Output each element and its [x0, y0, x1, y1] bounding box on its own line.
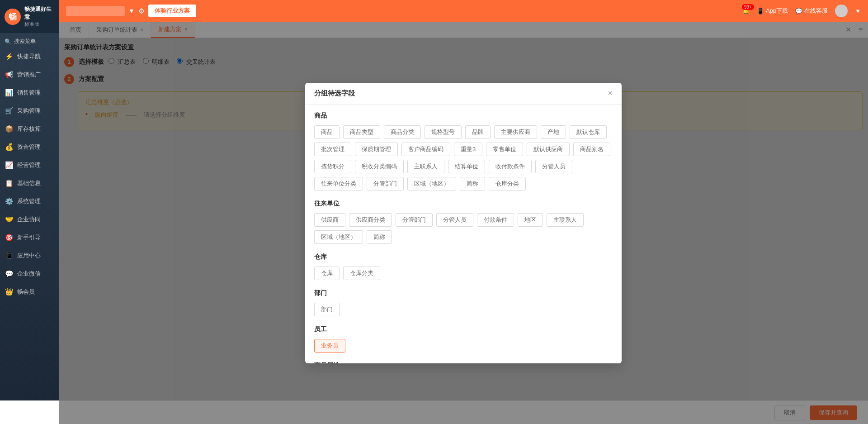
experience-btn[interactable]: 体验行业方案: [148, 5, 196, 17]
modal-overlay: 分组待选字段 × 商品 商品 商品类型 商品分类 规格型号 品牌 主要供应商 产…: [59, 22, 868, 424]
sidebar-item-label: 采购管理: [17, 107, 41, 115]
sidebar-item-purchase[interactable]: 🛒 采购管理: [0, 102, 59, 120]
field-tag-expiry-mgmt[interactable]: 保质期管理: [355, 143, 398, 156]
field-tag-short-name2[interactable]: 简称: [367, 230, 392, 244]
system-icon: ⚙️: [5, 197, 14, 206]
header-left: ▼ ⚙ 体验行业方案: [66, 5, 196, 17]
inventory-icon: 📦: [5, 124, 14, 133]
field-tag-manager[interactable]: 分管人员: [535, 160, 572, 173]
sidebar-item-marketing[interactable]: 📢 营销推广: [0, 66, 59, 84]
field-tag-short-name[interactable]: 简称: [460, 177, 485, 191]
sidebar-item-label: 库存核算: [17, 125, 41, 133]
section-warehouse: 仓库 仓库 仓库分类: [314, 253, 613, 280]
section-employee-title: 员工: [314, 325, 613, 333]
sidebar-item-label: 销售管理: [17, 89, 41, 97]
field-tag-area-region[interactable]: 区域（地区）: [407, 177, 456, 191]
field-tag-customer-code[interactable]: 客户商品编码: [401, 143, 450, 156]
online-service-label: 在线客服: [804, 7, 828, 15]
sidebar-item-operations[interactable]: 📈 经营管理: [0, 156, 59, 174]
app-center-icon: 📱: [5, 251, 14, 260]
field-tag-warehouse-category[interactable]: 仓库分类: [489, 177, 526, 191]
sidebar-item-app-center[interactable]: 📱 应用中心: [0, 247, 59, 265]
sidebar-logo[interactable]: 畅 畅捷通好生意 标准版: [0, 0, 59, 33]
sidebar-item-label: 新手引导: [17, 233, 41, 242]
chevron-down-icon[interactable]: ▼: [855, 8, 861, 14]
field-tag-goods-category[interactable]: 商品分类: [384, 125, 421, 139]
field-tag-default-supplier[interactable]: 默认供应商: [527, 143, 570, 156]
field-tag-main-contact[interactable]: 主联系人: [407, 160, 444, 173]
marketing-icon: 📢: [5, 70, 14, 79]
field-tag-retail-unit[interactable]: 零售单位: [486, 143, 523, 156]
field-tag-warehouse[interactable]: 仓库: [314, 267, 340, 280]
notification-item[interactable]: 🔔 99+: [742, 8, 750, 14]
field-tag-main-supplier[interactable]: 主要供应商: [494, 125, 537, 139]
field-tag-dept[interactable]: 分管部门: [396, 213, 433, 227]
sidebar-item-basic-info[interactable]: 📋 基础信息: [0, 174, 59, 192]
field-tag-dept-person[interactable]: 分管人员: [436, 213, 473, 227]
field-tag-warehouse-cat[interactable]: 仓库分类: [343, 267, 380, 280]
field-tag-department[interactable]: 部门: [314, 303, 340, 316]
field-tag-goods-alias[interactable]: 商品别名: [573, 143, 610, 156]
sidebar-item-guide[interactable]: 🎯 新手引导: [0, 229, 59, 247]
sidebar-item-quick-nav[interactable]: ⚡ 快捷导航: [0, 48, 59, 66]
sidebar-item-system[interactable]: ⚙️ 系统管理: [0, 192, 59, 210]
field-tag-brand[interactable]: 品牌: [465, 125, 491, 139]
section-employee-tags: 业务员: [314, 339, 613, 353]
field-tag-pay-terms[interactable]: 付款条件: [477, 213, 514, 227]
sidebar-search[interactable]: 🔍 搜索菜单: [0, 33, 59, 48]
app-download-label: App下载: [766, 7, 788, 15]
field-tag-area2[interactable]: 区域（地区）: [314, 230, 363, 244]
basic-info-icon: 📋: [5, 179, 14, 188]
section-goods-attr: 商品属性 属性 颜色 多规格 尺码 鞋码 1: [314, 362, 613, 363]
sidebar-item-wechat[interactable]: 💬 企业微信: [0, 265, 59, 283]
sidebar-item-member[interactable]: 👑 畅会员: [0, 283, 59, 301]
field-tag-region[interactable]: 地区: [518, 213, 543, 227]
sidebar-item-label: 企业微信: [17, 270, 41, 278]
field-tag-spec-type[interactable]: 规格型号: [425, 125, 462, 139]
header: ▼ ⚙ 体验行业方案 🔔 99+ 📱 App下载 💬 在线客服 ▼: [59, 0, 868, 22]
field-tag-batch-mgmt[interactable]: 批次管理: [314, 143, 351, 156]
sidebar-item-cooperation[interactable]: 🤝 企业协同: [0, 210, 59, 229]
sidebar-item-finance[interactable]: 💰 资金管理: [0, 138, 59, 156]
sidebar-item-label: 企业协同: [17, 215, 41, 224]
online-service-item[interactable]: 💬 在线客服: [795, 7, 828, 15]
field-tag-salesperson[interactable]: 业务员: [314, 339, 345, 353]
field-tag-supplier[interactable]: 供应商: [314, 213, 345, 227]
guide-icon: 🎯: [5, 233, 14, 242]
section-partner: 往来单位 供应商 供应商分类 分管部门 分管人员 付款条件 地区 主联系人 区域…: [314, 200, 613, 244]
sidebar: 畅 畅捷通好生意 标准版 🔍 搜索菜单 ⚡ 快捷导航 📢 营销推广 📊 销售管理…: [0, 0, 59, 424]
field-tag-weight3[interactable]: 重量3: [454, 143, 482, 156]
sidebar-item-label: 基础信息: [17, 179, 41, 187]
header-settings-icon[interactable]: ⚙: [138, 7, 145, 15]
header-search-input[interactable]: [66, 6, 125, 16]
field-tag-settlement-unit[interactable]: 结算单位: [448, 160, 485, 173]
sidebar-item-label: 经营管理: [17, 161, 41, 169]
field-tag-supplier-category[interactable]: 供应商分类: [349, 213, 392, 227]
field-tag-tax-category-code[interactable]: 税收分类编码: [355, 160, 404, 173]
sidebar-item-label: 系统管理: [17, 197, 41, 205]
field-tag-default-warehouse[interactable]: 默认仓库: [570, 125, 607, 139]
finance-icon: 💰: [5, 143, 14, 152]
field-tag-dept-manage[interactable]: 分管部门: [367, 177, 404, 191]
field-tag-unit-from[interactable]: 往来单位分类: [314, 177, 363, 191]
member-icon: 👑: [5, 287, 14, 296]
field-tag-goods[interactable]: 商品: [314, 125, 340, 139]
field-tag-picking-points[interactable]: 拣货积分: [314, 160, 351, 173]
service-icon: 💬: [795, 8, 802, 14]
sidebar-item-label: 畅会员: [17, 288, 35, 296]
modal-close-button[interactable]: ×: [608, 89, 613, 97]
field-tag-payment-terms[interactable]: 收付款条件: [489, 160, 532, 173]
app-download-item[interactable]: 📱 App下载: [757, 7, 788, 15]
header-right: 🔔 99+ 📱 App下载 💬 在线客服 ▼: [742, 5, 861, 17]
field-tag-origin[interactable]: 产地: [541, 125, 566, 139]
sidebar-item-sales[interactable]: 📊 销售管理: [0, 84, 59, 102]
avatar[interactable]: [835, 5, 848, 17]
sidebar-item-inventory[interactable]: 📦 库存核算: [0, 120, 59, 138]
field-tag-main-contact2[interactable]: 主联系人: [547, 213, 584, 227]
section-goods-title: 商品: [314, 112, 613, 120]
section-department: 部门 部门: [314, 289, 613, 316]
field-tag-goods-type[interactable]: 商品类型: [343, 125, 380, 139]
header-dropdown-icon[interactable]: ▼: [128, 7, 135, 14]
sidebar-item-label: 应用中心: [17, 252, 41, 260]
section-goods-attr-title: 商品属性: [314, 362, 613, 363]
